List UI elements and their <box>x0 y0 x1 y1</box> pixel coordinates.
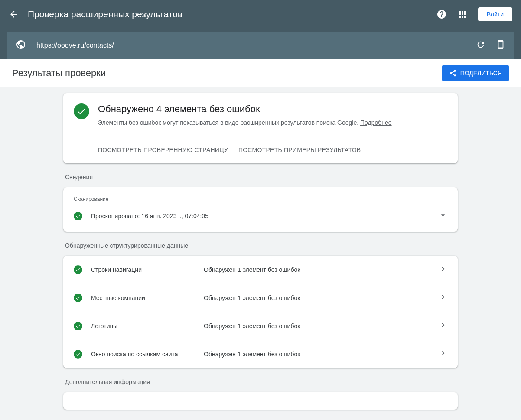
details-section-label: Сведения <box>65 174 458 181</box>
share-icon <box>449 69 457 77</box>
share-label: ПОДЕЛИТЬСЯ <box>460 70 502 77</box>
crawl-label: Сканирование <box>74 196 447 202</box>
check-icon <box>75 213 81 219</box>
item-name: Окно поиска по ссылкам сайта <box>91 351 195 358</box>
apps-icon <box>457 9 468 19</box>
chevron-right-icon <box>439 321 447 331</box>
success-badge <box>74 103 89 119</box>
view-examples-link[interactable]: ПОСМОТРЕТЬ ПРИМЕРЫ РЕЗУЛЬТАТОВ <box>238 146 361 153</box>
app-title: Проверка расширенных результатов <box>28 9 428 19</box>
structured-row-breadcrumbs[interactable]: Строки навигации Обнаружен 1 элемент без… <box>63 256 458 284</box>
apps-button[interactable] <box>457 9 468 19</box>
expand-button[interactable] <box>439 211 447 221</box>
structured-list: Строки навигации Обнаружен 1 элемент без… <box>63 256 458 368</box>
login-button[interactable]: Войти <box>478 7 512 21</box>
top-header: Проверка расширенных результатов Войти <box>0 0 521 28</box>
chevron-right-icon <box>439 265 447 275</box>
item-status: Обнаружен 1 элемент без ошибок <box>204 294 430 301</box>
back-button[interactable] <box>9 9 19 19</box>
summary-actions: ПОСМОТРЕТЬ ПРОВЕРЕННУЮ СТРАНИЦУ ПОСМОТРЕ… <box>63 136 458 163</box>
content-area: Обнаружено 4 элемента без ошибок Элемент… <box>0 87 521 420</box>
content: Обнаружено 4 элемента без ошибок Элемент… <box>63 93 458 420</box>
structured-row-sitelinks-search[interactable]: Окно поиска по ссылкам сайта Обнаружен 1… <box>63 340 458 368</box>
check-icon <box>74 265 82 274</box>
summary-card: Обнаружено 4 элемента без ошибок Элемент… <box>63 93 458 163</box>
sub-header: Результаты проверки ПОДЕЛИТЬСЯ <box>0 59 521 87</box>
chevron-right-icon <box>439 293 447 303</box>
refresh-icon <box>476 40 485 49</box>
chevron-down-icon <box>439 211 447 220</box>
chevron-right-icon <box>439 349 447 359</box>
structured-row-local-business[interactable]: Местные компании Обнаружен 1 элемент без… <box>63 284 458 312</box>
smartphone-button[interactable] <box>496 40 505 51</box>
help-button[interactable] <box>436 9 447 19</box>
header-actions: Войти <box>436 7 512 21</box>
additional-section-label: Дополнительная информация <box>65 378 458 385</box>
summary-text: Обнаружено 4 элемента без ошибок Элемент… <box>98 103 392 127</box>
url-bar <box>7 32 514 59</box>
item-status: Обнаружен 1 элемент без ошибок <box>204 351 430 358</box>
url-input[interactable] <box>36 42 476 49</box>
smartphone-icon <box>496 40 505 49</box>
summary-top: Обнаружено 4 элемента без ошибок Элемент… <box>63 93 458 136</box>
structured-row-logos[interactable]: Логотипы Обнаружен 1 элемент без ошибок <box>63 312 458 340</box>
item-status: Обнаружен 1 элемент без ошибок <box>204 323 430 330</box>
results-title: Результаты проверки <box>12 68 106 79</box>
additional-card <box>63 392 458 410</box>
summary-title: Обнаружено 4 элемента без ошибок <box>98 103 392 115</box>
check-icon <box>76 106 87 116</box>
arrow-left-icon <box>9 9 19 19</box>
structured-section-label: Обнаруженные структурированные данные <box>65 242 458 249</box>
help-icon <box>436 9 447 19</box>
item-name: Местные компании <box>91 294 195 301</box>
view-tested-page-link[interactable]: ПОСМОТРЕТЬ ПРОВЕРЕННУЮ СТРАНИЦУ <box>98 146 228 153</box>
summary-desc: Элементы без ошибок могут показываться в… <box>98 118 392 127</box>
item-name: Логотипы <box>91 323 195 330</box>
check-icon <box>74 294 82 302</box>
crawl-card: Сканирование Просканировано: 16 янв. 202… <box>63 187 458 232</box>
globe-icon <box>16 39 26 52</box>
crawl-row[interactable]: Просканировано: 16 янв. 2023 г., 07:04:0… <box>74 211 447 221</box>
item-name: Строки навигации <box>91 266 195 273</box>
item-status: Обнаружен 1 элемент без ошибок <box>204 266 430 273</box>
url-bar-container <box>0 28 521 59</box>
refresh-button[interactable] <box>476 40 485 51</box>
check-icon <box>74 322 82 330</box>
check-icon <box>74 350 82 359</box>
learn-more-link[interactable]: Подробнее <box>360 119 392 126</box>
url-actions <box>476 40 505 51</box>
crawl-text: Просканировано: 16 янв. 2023 г., 07:04:0… <box>91 213 430 220</box>
crawl-check-icon <box>74 212 82 220</box>
share-button[interactable]: ПОДЕЛИТЬСЯ <box>442 65 509 81</box>
